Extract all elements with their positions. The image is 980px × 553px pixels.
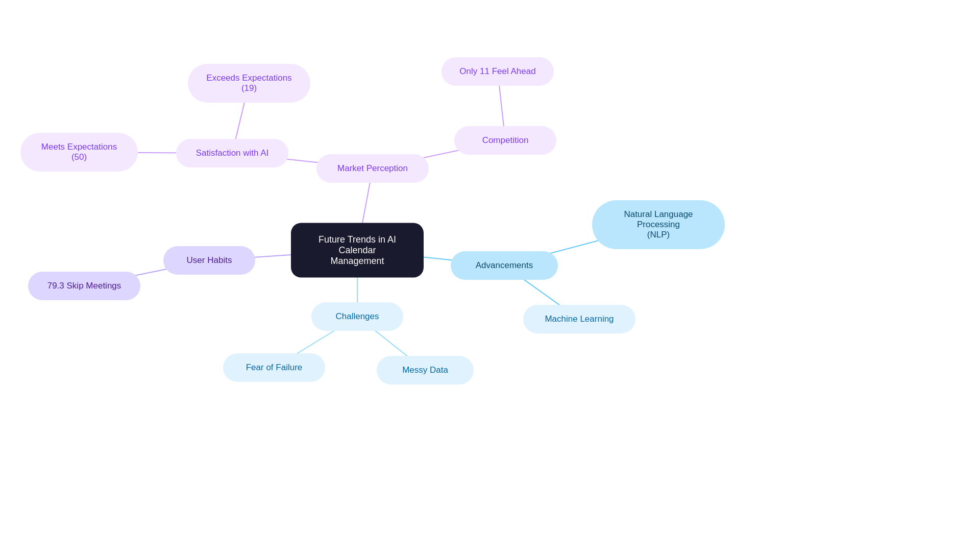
center-label: Future Trends in AI Calendar Management [309, 234, 405, 267]
center-node[interactable]: Future Trends in AI Calendar Management [291, 223, 424, 278]
only-11-label: Only 11 Feel Ahead [459, 66, 535, 77]
skip-meetings-node[interactable]: 79.3 Skip Meetings [28, 272, 140, 300]
challenges-label: Challenges [335, 311, 379, 322]
satisfaction-ai-label: Satisfaction with AI [196, 148, 269, 158]
advancements-node[interactable]: Advancements [451, 251, 558, 280]
challenges-node[interactable]: Challenges [311, 302, 403, 331]
nlp-node[interactable]: Natural Language Processing (NLP) [592, 200, 725, 249]
only-11-node[interactable]: Only 11 Feel Ahead [442, 57, 554, 86]
advancements-label: Advancements [476, 260, 533, 271]
fear-of-failure-node[interactable]: Fear of Failure [223, 353, 325, 382]
user-habits-node[interactable]: User Habits [163, 246, 255, 275]
satisfaction-ai-node[interactable]: Satisfaction with AI [176, 139, 288, 167]
competition-label: Competition [482, 135, 529, 146]
machine-learning-node[interactable]: Machine Learning [523, 305, 635, 333]
meets-expectations-label: Meets Expectations (50) [36, 142, 122, 162]
competition-node[interactable]: Competition [454, 126, 556, 155]
skip-meetings-label: 79.3 Skip Meetings [47, 281, 121, 291]
nlp-label: Natural Language Processing (NLP) [607, 209, 709, 240]
fear-of-failure-label: Fear of Failure [246, 363, 303, 373]
exceeds-expectations-node[interactable]: Exceeds Expectations (19) [188, 64, 310, 103]
user-habits-label: User Habits [187, 255, 232, 266]
messy-data-node[interactable]: Messy Data [377, 356, 474, 384]
meets-expectations-node[interactable]: Meets Expectations (50) [20, 133, 138, 172]
messy-data-label: Messy Data [402, 365, 448, 375]
market-perception-node[interactable]: Market Perception [316, 154, 429, 183]
market-perception-label: Market Perception [337, 163, 408, 174]
exceeds-expectations-label: Exceeds Expectations (19) [203, 73, 295, 93]
machine-learning-label: Machine Learning [545, 314, 614, 324]
